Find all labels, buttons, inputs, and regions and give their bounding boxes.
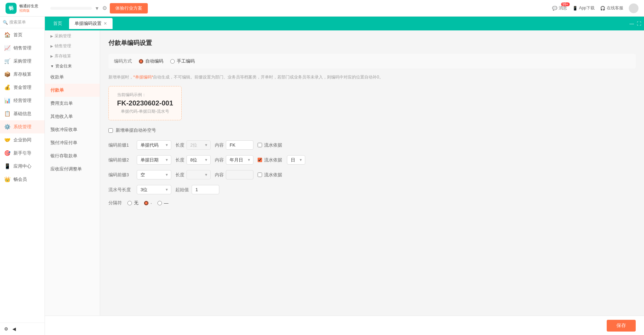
prefix2-length-group: 长度 8位 ▼ <box>175 155 211 165</box>
prefix3-row: 编码前缀3 空 ▼ 长度 ▼ <box>108 170 636 179</box>
prefix1-length-group: 长度 2位 ▼ <box>175 140 211 150</box>
user-avatar[interactable] <box>629 3 638 13</box>
messages-button[interactable]: 💬 消息 99+ <box>552 5 567 11</box>
sidebar-item-finance[interactable]: 💰 资金管理 <box>0 81 45 94</box>
manual-encode-radio[interactable] <box>170 59 175 64</box>
prefix3-content-input[interactable] <box>226 170 253 179</box>
main-layout: 🔍 搜索菜单 🏠 首页 📈 销售管理 🛒 采购管理 📦 库存核算 💰 资金管理 … <box>0 17 644 335</box>
encode-method-row: 编码方式 自动编码 手工编码 <box>108 54 636 68</box>
prefix3-select[interactable]: 空 <box>137 170 171 179</box>
prefix1-content-input[interactable] <box>226 140 253 150</box>
sep-dash-radio[interactable] <box>157 201 162 205</box>
separator-row: 分隔符 无 · — <box>108 200 636 206</box>
sidebar: 🔍 搜索菜单 🏠 首页 📈 销售管理 🛒 采购管理 📦 库存核算 💰 资金管理 … <box>0 17 45 335</box>
guide-icon: 🎯 <box>4 150 11 156</box>
chevron-right-icon: ▶ <box>50 34 53 38</box>
sep-dash-option[interactable]: — <box>157 201 169 206</box>
info-text: 新增单据时，*单据编码*自动生成，不可编辑。前缀设置为部门、业务员等档案类，开单… <box>108 74 636 81</box>
header-right: 💬 消息 99+ 📱 App下载 🎧 在线客服 <box>552 3 638 13</box>
sub-nav-ar-ap-adjust[interactable]: 应收应付调整单 <box>45 162 100 176</box>
tab-close-button[interactable]: ✕ <box>104 21 107 26</box>
separator-options: 无 · — <box>127 200 169 206</box>
logo-text: 畅通好生意 招商版 <box>19 3 38 13</box>
sub-nav-other-income[interactable]: 其他收入单 <box>45 110 100 123</box>
sidebar-item-member[interactable]: 👑 畅会员 <box>0 173 45 186</box>
start-value-input[interactable] <box>192 185 219 194</box>
sidebar-item-apps[interactable]: 📱 应用中心 <box>0 160 45 173</box>
prefix1-label: 编码前缀1 <box>108 142 133 148</box>
sidebar-item-basic[interactable]: 📋 基础信息 <box>0 107 45 120</box>
prefix3-length-select[interactable] <box>186 170 211 179</box>
prefix1-row: 编码前缀1 单据代码 ▼ 长度 2位 ▼ <box>108 140 636 150</box>
settings-bottom-icon[interactable]: ⚙ <box>4 326 8 332</box>
auto-encode-radio[interactable] <box>139 59 143 64</box>
serial-length-select[interactable]: 3位 <box>137 185 171 194</box>
sep-dot-option[interactable]: · <box>144 201 152 206</box>
prefix3-label: 编码前缀3 <box>108 172 133 178</box>
trial-button[interactable]: 体验行业方案 <box>110 3 148 13</box>
sub-nav-receipt[interactable]: 收款单 <box>45 71 100 84</box>
auto-fill-label[interactable]: 新增单据自动补空号 <box>116 127 156 133</box>
sub-nav-payment[interactable]: 付款单 <box>45 84 100 97</box>
sidebar-item-inventory[interactable]: 📦 库存核算 <box>0 68 45 81</box>
tab-home[interactable]: 首页 <box>48 18 68 29</box>
service-icon: 🎧 <box>600 6 605 11</box>
bottom-bar: 保存 <box>45 316 644 335</box>
sub-nav-group-inventory[interactable]: ▶ 库存核算 <box>45 50 100 61</box>
auto-encode-option[interactable]: 自动编码 <box>139 58 163 64</box>
prefix2-length-select[interactable]: 8位 <box>186 155 211 165</box>
sales-icon: 📈 <box>4 45 11 51</box>
sep-none-radio[interactable] <box>127 201 132 205</box>
code-preview-sub: 单据代码-单据日期-流水号 <box>117 109 173 114</box>
header-dropdown-arrow[interactable]: ▼ <box>95 6 99 11</box>
sub-nav-pre-receipt[interactable]: 预收冲应收单 <box>45 123 100 136</box>
prefix1-length-select[interactable]: 2位 <box>186 140 211 150</box>
save-button[interactable]: 保存 <box>607 320 636 332</box>
prefix2-select[interactable]: 单据日期 <box>137 155 171 165</box>
prefix2-serial-checkbox[interactable] <box>258 158 262 162</box>
sub-nav-group-purchase[interactable]: ▶ 采购管理 <box>45 30 100 40</box>
app-download-button[interactable]: 📱 App下载 <box>573 5 595 11</box>
prefix2-serial-unit-select[interactable]: 日 <box>287 155 305 165</box>
collapse-icon[interactable]: ◀ <box>12 326 16 332</box>
sub-nav-expense[interactable]: 费用支出单 <box>45 97 100 110</box>
prefix2-select-wrapper: 单据日期 ▼ <box>137 155 171 165</box>
sidebar-item-system[interactable]: ⚙️ 系统管理 <box>0 120 45 133</box>
sidebar-item-home[interactable]: 🏠 首页 <box>0 28 45 41</box>
header-gear-icon[interactable]: ⚙ <box>102 5 107 11</box>
sep-dot-radio[interactable] <box>144 201 148 205</box>
enterprise-icon: 🤝 <box>4 137 11 143</box>
online-service-button[interactable]: 🎧 在线客服 <box>600 5 623 11</box>
header-mid: ▼ ⚙ 体验行业方案 <box>50 3 552 13</box>
prefix2-serial-group: 流水依据 日 ▼ <box>258 155 305 165</box>
chevron-right-icon3: ▶ <box>50 54 53 58</box>
sidebar-item-purchase[interactable]: 🛒 采购管理 <box>0 55 45 68</box>
sep-none-option[interactable]: 无 <box>127 200 138 206</box>
tab-code-settings[interactable]: 单据编码设置 ✕ <box>69 18 113 29</box>
tab-minimize-icon[interactable]: — <box>629 21 634 26</box>
sub-nav-group-sales[interactable]: ▶ 销售管理 <box>45 40 100 50</box>
sub-nav-bank-deposit[interactable]: 银行存取款单 <box>45 149 100 162</box>
start-value-group: 起始值 <box>175 185 219 194</box>
page-title: 付款单编码设置 <box>108 39 636 47</box>
serial-length-row: 流水号长度 3位 ▼ 起始值 <box>108 185 636 194</box>
prefix1-select[interactable]: 单据代码 <box>137 140 171 150</box>
logo-icon: 畅 <box>6 3 17 14</box>
sub-nav-pre-payment[interactable]: 预付冲应付单 <box>45 136 100 149</box>
sidebar-item-sales[interactable]: 📈 销售管理 <box>0 41 45 55</box>
prefix2-content-select[interactable]: 年月日 <box>226 155 253 165</box>
tab-maximize-icon[interactable]: ⛶ <box>637 21 641 26</box>
sidebar-search[interactable]: 🔍 搜索菜单 <box>0 17 45 28</box>
sidebar-item-operation[interactable]: 📊 经营管理 <box>0 94 45 107</box>
prefix3-serial-checkbox[interactable] <box>258 173 262 177</box>
prefix2-row: 编码前缀2 单据日期 ▼ 长度 8位 ▼ <box>108 155 636 165</box>
manual-encode-option[interactable]: 手工编码 <box>170 58 195 64</box>
prefix1-serial-checkbox[interactable] <box>258 143 262 147</box>
prefix3-serial-group: 流水依据 <box>258 172 282 178</box>
auto-fill-checkbox[interactable] <box>108 128 113 133</box>
search-icon: 🔍 <box>3 20 8 25</box>
sidebar-item-enterprise[interactable]: 🤝 企业协同 <box>0 133 45 147</box>
system-icon: ⚙️ <box>4 124 11 130</box>
sidebar-item-guide[interactable]: 🎯 新手引导 <box>0 147 45 160</box>
sub-nav-group-finance[interactable]: ▼ 资金往来 <box>45 61 100 71</box>
